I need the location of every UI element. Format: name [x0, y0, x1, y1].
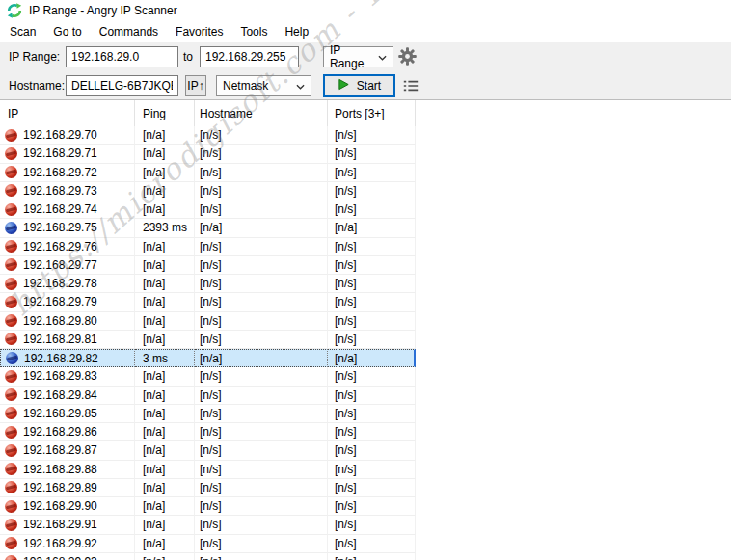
table-row[interactable]: 192.168.29.72 [n/a] [n/s] [n/s] [0, 164, 731, 182]
ports-cell: [n/a] [328, 349, 416, 367]
hostname-cell: [n/s] [195, 293, 328, 311]
ports-cell: [n/s] [328, 461, 416, 479]
ports-cell: [n/s] [328, 293, 416, 311]
hostname-cell: [n/s] [195, 312, 328, 331]
host-status-orb-icon [5, 388, 17, 401]
table-row[interactable]: 192.168.29.88 [n/a] [n/s] [n/s] [0, 461, 731, 479]
host-status-orb-icon [6, 352, 18, 364]
hostname-label: Hostname: [9, 75, 65, 96]
table-row[interactable]: 192.168.29.92 [n/a] [n/s] [n/s] [0, 535, 731, 553]
table-row[interactable]: 192.168.29.86 [n/a] [n/s] [n/s] [0, 423, 731, 441]
start-button[interactable]: Start [323, 74, 395, 97]
ping-cell: [n/a] [135, 535, 195, 553]
hostname-cell: [n/s] [195, 461, 328, 479]
ip-cell: 192.168.29.87 [23, 443, 97, 457]
column-header-ip[interactable]: IP [0, 100, 135, 126]
table-row[interactable]: 192.168.29.75 2393 ms [n/a] [n/a] [0, 219, 731, 237]
ip-range-label: IP Range: [9, 46, 60, 67]
menu-favorites[interactable]: Favorites [167, 22, 231, 41]
ports-cell: [n/s] [328, 145, 416, 163]
table-row[interactable]: 192.168.29.81 [n/a] [n/s] [n/s] [0, 331, 731, 349]
table-row[interactable]: 192.168.29.91 [n/a] [n/s] [n/s] [0, 516, 731, 534]
ip-cell: 192.168.29.93 [23, 555, 97, 560]
host-status-orb-icon [5, 555, 17, 560]
row-filler [416, 126, 731, 145]
host-status-orb-icon [5, 463, 17, 475]
netmask-select[interactable]: Netmask [216, 75, 311, 96]
column-header-ports[interactable]: Ports [3+] [328, 100, 416, 126]
table-row[interactable]: 192.168.29.84 [n/a] [n/s] [n/s] [0, 387, 731, 405]
row-filler [416, 331, 731, 349]
table-row[interactable]: 192.168.29.76 [n/a] [n/s] [n/s] [0, 238, 731, 256]
ports-cell: [n/s] [328, 479, 416, 497]
hostname-cell: [n/a] [195, 219, 328, 237]
table-row[interactable]: 192.168.29.83 [n/a] [n/s] [n/s] [0, 367, 731, 386]
ping-cell: [n/a] [135, 164, 195, 182]
table-row[interactable]: 192.168.29.71 [n/a] [n/s] [n/s] [0, 145, 731, 163]
table-row[interactable]: 192.168.29.78 [n/a] [n/s] [n/s] [0, 275, 731, 293]
ping-cell: [n/a] [135, 516, 195, 534]
play-icon [338, 78, 350, 93]
menu-scan[interactable]: Scan [1, 22, 44, 41]
row-filler [416, 238, 731, 256]
row-filler [416, 349, 731, 367]
ip-up-button[interactable]: IP↑ [185, 75, 206, 96]
ip-cell: 192.168.29.80 [23, 314, 97, 328]
menu-tools[interactable]: Tools [231, 22, 276, 41]
row-filler [416, 367, 731, 386]
table-row[interactable]: 192.168.29.79 [n/a] [n/s] [n/s] [0, 293, 731, 311]
ports-cell: [n/s] [328, 516, 416, 534]
row-filler [416, 479, 731, 497]
table-row[interactable]: 192.168.29.77 [n/a] [n/s] [n/s] [0, 256, 731, 275]
gear-icon [398, 54, 417, 68]
ports-cell: [n/s] [328, 423, 416, 441]
table-row[interactable]: 192.168.29.90 [n/a] [n/s] [n/s] [0, 497, 731, 516]
ip-cell: 192.168.29.79 [23, 295, 97, 308]
ports-cell: [n/s] [328, 126, 416, 145]
menu-goto[interactable]: Go to [44, 22, 90, 41]
ip-cell: 192.168.29.73 [23, 184, 97, 198]
ping-cell: [n/a] [135, 479, 195, 497]
ping-cell: [n/a] [135, 275, 195, 293]
row-filler [416, 405, 731, 423]
host-status-orb-icon [5, 184, 17, 197]
hostname-cell: [n/s] [195, 516, 328, 534]
hostname-cell: [n/s] [195, 535, 328, 553]
hostname-input[interactable] [66, 75, 178, 96]
ports-cell: [n/s] [328, 497, 416, 516]
ip-from-input[interactable] [66, 46, 178, 67]
table-row[interactable]: 192.168.29.80 [n/a] [n/s] [n/s] [0, 312, 731, 331]
table-row[interactable]: 192.168.29.82 3 ms [n/a] [n/a] [0, 349, 731, 367]
table-row[interactable]: 192.168.29.89 [n/a] [n/s] [n/s] [0, 479, 731, 497]
menu-commands[interactable]: Commands [91, 22, 167, 41]
fetchers-button[interactable] [403, 79, 419, 93]
hostname-cell: [n/s] [195, 553, 328, 560]
row-filler [416, 516, 731, 534]
hostname-cell: [n/a] [195, 349, 328, 367]
menu-help[interactable]: Help [276, 22, 317, 41]
host-status-orb-icon [5, 296, 17, 308]
ports-cell: [n/s] [328, 275, 416, 293]
column-header-ping[interactable]: Ping [135, 100, 195, 126]
host-status-orb-icon [5, 222, 17, 234]
ports-cell: [n/s] [328, 182, 416, 200]
ip-to-input[interactable] [200, 46, 299, 67]
table-row[interactable]: 192.168.29.74 [n/a] [n/s] [n/s] [0, 200, 731, 219]
ping-cell: [n/a] [135, 553, 195, 560]
table-row[interactable]: 192.168.29.85 [n/a] [n/s] [n/s] [0, 405, 731, 423]
host-status-orb-icon [5, 147, 17, 160]
table-row[interactable]: 192.168.29.93 [n/a] [n/s] [n/s] [0, 553, 731, 560]
table-row[interactable]: 192.168.29.70 [n/a] [n/s] [n/s] [0, 126, 731, 145]
host-status-orb-icon [5, 314, 17, 327]
feeder-select[interactable]: IP Range [323, 46, 393, 67]
preferences-gear-button[interactable] [398, 47, 417, 66]
host-status-orb-icon [5, 444, 17, 457]
chevron-down-icon [378, 50, 387, 64]
host-status-orb-icon [5, 278, 17, 290]
table-row[interactable]: 192.168.29.87 [n/a] [n/s] [n/s] [0, 441, 731, 460]
ping-cell: [n/a] [135, 293, 195, 311]
table-header: IP Ping Hostname Ports [3+] [0, 100, 731, 126]
table-row[interactable]: 192.168.29.73 [n/a] [n/s] [n/s] [0, 182, 731, 200]
host-status-orb-icon [5, 500, 17, 513]
column-header-hostname[interactable]: Hostname [195, 100, 328, 126]
